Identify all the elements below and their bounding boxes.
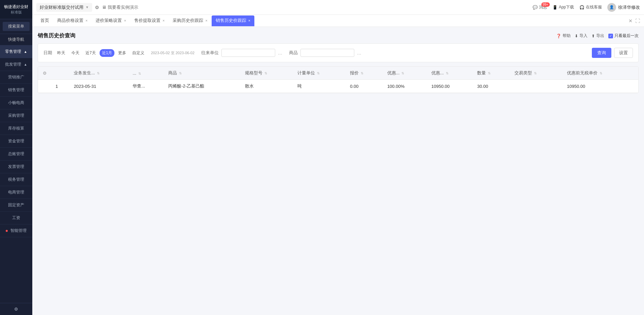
date-filter-group: 日期 昨天 今天 近7天 近1月 更多 自定义 2023-05-02 至 202… xyxy=(43,49,194,57)
chevron-icon: ▲ xyxy=(24,50,27,54)
sidebar-item-xiaochang[interactable]: 小畅电商 xyxy=(0,97,32,109)
date-btn-today[interactable]: 今天 xyxy=(69,49,82,57)
col-qty[interactable]: 数量 ⇅ xyxy=(473,67,510,80)
partner-filter-group: 往来单位 … xyxy=(201,49,282,57)
date-btn-last1m[interactable]: 近1月 xyxy=(100,49,115,57)
tab-sale-price[interactable]: 售价提取设置 × xyxy=(130,15,169,26)
col-discount-amt-label: 优惠... xyxy=(431,70,444,75)
sort-icon: ⇅ xyxy=(600,71,602,75)
col-index xyxy=(51,67,70,80)
col-biz-date[interactable]: 业务发生... ⇅ xyxy=(70,67,129,80)
col-trade-type[interactable]: 交易类型 ⇅ xyxy=(510,67,563,80)
sort-icon: ⇅ xyxy=(317,71,320,75)
partner-input[interactable] xyxy=(221,49,275,57)
tab-close-icon[interactable]: × xyxy=(248,19,250,23)
sidebar-item-salary[interactable]: 工资 xyxy=(0,212,32,224)
table-header-row: ⚙ 业务发生... ⇅ ... ⇅ 商品 ⇅ xyxy=(38,67,638,80)
col-discount-amt[interactable]: 优惠... ⇅ xyxy=(427,67,473,80)
row-trade-type xyxy=(510,80,563,93)
col-more1[interactable]: ... ⇅ xyxy=(129,67,164,80)
tab-product-price[interactable]: 商品价格设置 × xyxy=(53,15,92,26)
sidebar-item-sales[interactable]: 销售管理 xyxy=(0,84,32,97)
sidebar: 畅捷通好业财 标准版 搜索菜单 快捷导航 零售管理 ▲ 批发管理 ▲ 营销推广 … xyxy=(0,0,32,315)
user-info[interactable]: 👤 徐泽华修改 xyxy=(607,3,640,12)
last-only-checkbox[interactable]: ✓ 只看最后一次 xyxy=(608,33,639,39)
table-row: 1 2023-05-31 华查... 丙烯酸-2-乙基己酯 散水 吨 0.00 … xyxy=(38,80,638,93)
row-settings-cell xyxy=(38,80,51,93)
module-settings-icon[interactable]: ⚙ xyxy=(95,5,99,10)
partner-more-icon[interactable]: … xyxy=(278,50,282,56)
sidebar-settings-button[interactable]: ⚙ xyxy=(0,303,32,315)
settings-button[interactable]: 设置 xyxy=(614,48,633,58)
col-unit-label: 计量单位 xyxy=(297,70,315,75)
import-button[interactable]: ⬇ 导入 xyxy=(575,33,587,39)
page-actions: ❓ 帮助 ⬇ 导入 ⬆ 导出 ✓ 只看最后一次 xyxy=(556,33,639,39)
sidebar-item-assets[interactable]: 固定资产 xyxy=(0,199,32,212)
product-input[interactable] xyxy=(300,49,354,57)
close-tab-button[interactable]: ✕ xyxy=(629,18,633,24)
checkbox-checked-icon: ✓ xyxy=(608,34,613,38)
tab-purchase-strategy[interactable]: 进价策略设置 × xyxy=(92,15,130,26)
quick-nav-button[interactable]: 快捷导航 xyxy=(0,34,32,45)
col-product-label: 商品 xyxy=(168,70,177,75)
col-discount-pct[interactable]: 优惠... ⇅ xyxy=(383,67,427,80)
expand-tab-button[interactable]: ⛶ xyxy=(635,18,640,24)
tab-product-price-label: 商品价格设置 xyxy=(57,18,83,24)
sidebar-item-inventory[interactable]: 库存核算 xyxy=(0,122,32,135)
sidebar-item-invoice[interactable]: 发票管理 xyxy=(0,161,32,173)
sidebar-bottom: ⚙ xyxy=(0,303,32,315)
online-service-label: 在线客服 xyxy=(586,4,602,10)
search-menu-button[interactable]: 搜索菜单 xyxy=(3,22,30,31)
message-button[interactable]: 💬 消息 99+ xyxy=(533,4,547,10)
date-btn-more[interactable]: 更多 xyxy=(116,49,129,57)
demo-button[interactable]: 🖥 我要看实例演示 xyxy=(102,4,138,10)
tab-sale-history[interactable]: 销售历史价跟踪 × xyxy=(212,15,254,26)
product-more-icon[interactable]: … xyxy=(357,50,361,56)
date-btn-last7[interactable]: 近7天 xyxy=(83,49,98,57)
online-service-button[interactable]: 🎧 在线客服 xyxy=(579,4,602,10)
tab-purchase-history[interactable]: 采购历史价跟踪 × xyxy=(169,15,211,26)
tab-close-icon[interactable]: × xyxy=(124,19,126,23)
col-price[interactable]: 报价 ⇅ xyxy=(346,67,383,80)
page-title: 销售历史价查询 xyxy=(38,32,75,39)
date-btn-yesterday[interactable]: 昨天 xyxy=(55,49,68,57)
col-spec[interactable]: 规格型号 ⇅ xyxy=(241,67,293,80)
col-product[interactable]: 商品 ⇅ xyxy=(164,67,241,80)
sort-icon: ⇅ xyxy=(97,71,100,75)
date-btn-custom[interactable]: 自定义 xyxy=(130,49,147,57)
tab-sale-price-label: 售价提取设置 xyxy=(134,18,160,24)
export-button[interactable]: ⬆ 导出 xyxy=(592,33,604,39)
topbar: 好业财标准版交付试用 ▼ ⚙ 🖥 我要看实例演示 💬 消息 99+ 📱 App下… xyxy=(32,0,644,15)
sidebar-item-purchase[interactable]: 采购管理 xyxy=(0,109,32,122)
sidebar-item-accounting[interactable]: 总账管理 xyxy=(0,148,32,161)
sidebar-item-retail[interactable]: 零售管理 ▲ xyxy=(0,45,32,58)
module-name: 好业财标准版交付试用 xyxy=(40,4,83,10)
sidebar-item-wholesale[interactable]: 批发管理 ▲ xyxy=(0,58,32,71)
sidebar-item-smart[interactable]: 智能管理 xyxy=(0,224,32,237)
col-unit[interactable]: 计量单位 ⇅ xyxy=(293,67,346,80)
tab-close-icon[interactable]: × xyxy=(205,19,207,23)
row-discount-pct: 100.00% xyxy=(383,80,427,93)
app-download-button[interactable]: 📱 App下载 xyxy=(552,4,574,10)
tab-close-icon[interactable]: × xyxy=(85,19,87,23)
col-discount-pct-label: 优惠... xyxy=(387,70,400,75)
col-pretax-price[interactable]: 优惠前无税单价 ⇅ xyxy=(563,67,638,80)
sidebar-item-ecommerce[interactable]: 电商管理 xyxy=(0,186,32,199)
sidebar-item-tax[interactable]: 税务管理 xyxy=(0,173,32,186)
export-icon: ⬆ xyxy=(592,34,595,38)
col-settings: ⚙ xyxy=(38,67,51,80)
sidebar-item-marketing[interactable]: 营销推广 xyxy=(0,71,32,84)
sidebar-item-finance[interactable]: 资金管理 xyxy=(0,135,32,148)
tab-close-icon[interactable]: × xyxy=(163,19,165,23)
app-icon: 📱 xyxy=(552,5,558,10)
tab-home[interactable]: 首页 xyxy=(36,15,53,26)
module-selector[interactable]: 好业财标准版交付试用 ▼ xyxy=(36,3,92,12)
query-button[interactable]: 查询 xyxy=(592,48,611,58)
column-settings-icon[interactable]: ⚙ xyxy=(43,71,47,76)
row-index: 1 xyxy=(51,80,70,93)
page-header: 销售历史价查询 ❓ 帮助 ⬇ 导入 ⬆ 导出 ✓ 只看最后一次 xyxy=(38,32,639,39)
demo-label: 我要看实例演示 xyxy=(108,4,138,10)
app-download-label: App下载 xyxy=(559,4,574,10)
help-button[interactable]: ❓ 帮助 xyxy=(556,33,571,39)
avatar: 👤 xyxy=(607,3,616,12)
